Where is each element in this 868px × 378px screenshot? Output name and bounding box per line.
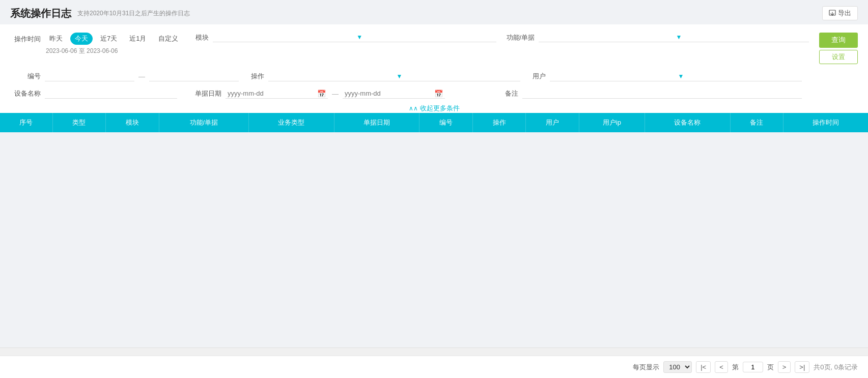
time-btn-1month[interactable]: 近1月 [125,33,151,45]
calendar-end-icon[interactable]: 📅 [432,90,445,98]
table-wrapper: 序号 类型 模块 功能/单据 业务类型 单据日期 编号 操作 用户 用户ip 设… [0,113,868,347]
device-label: 设备名称 [10,89,41,98]
col-voucher-date: 单据日期 [334,113,419,132]
per-page-select[interactable]: 100 50 200 [663,361,692,373]
page-title: 系统操作日志 [10,7,71,20]
horizontal-scrollbar[interactable] [0,347,868,356]
collapse-button[interactable]: ∧∧ 收起更多条件 [409,104,460,113]
user-label: 用户 [530,72,546,81]
collapse-up-icon: ∧∧ [409,105,418,112]
col-num: 编号 [419,113,472,132]
date-dash: — [332,90,339,98]
op-arrow-icon: ▼ [397,73,518,80]
num-dash: — [138,73,145,80]
user-select[interactable]: ▼ [550,72,802,81]
time-btn-yesterday[interactable]: 昨天 [45,33,67,45]
col-seq: 序号 [0,113,52,132]
export-button[interactable]: 导出 [822,6,858,20]
settings-button[interactable]: 设置 [819,50,858,64]
col-func: 功能/单据 [159,113,248,132]
func-label: 功能/单据 [507,33,535,42]
last-page-button[interactable]: >| [795,361,809,373]
export-icon [829,10,836,17]
col-op-time: 操作时间 [783,113,868,132]
filter-section: 操作时间 昨天 今天 近7天 近1月 自定义 2023-06-06 至 2023… [0,24,868,113]
collapse-row: ∧∧ 收起更多条件 [10,104,858,113]
date-start-input[interactable] [226,89,315,98]
collapse-label: 收起更多条件 [420,104,460,113]
date-end-input[interactable] [343,89,432,98]
next-page-button[interactable]: > [778,361,791,373]
col-user: 用户 [526,113,579,132]
voucher-date-label: 单据日期 [193,89,221,98]
total-text: 共0页, 0条记录 [814,363,858,372]
func-select[interactable]: ▼ [539,33,809,42]
prev-page-button[interactable]: < [715,361,728,373]
data-table: 序号 类型 模块 功能/单据 业务类型 单据日期 编号 操作 用户 用户ip 设… [0,113,868,132]
date-end-wrap: 📅 [343,89,445,99]
device-input[interactable] [45,89,177,99]
col-module: 模块 [106,113,159,132]
col-user-ip: 用户ip [579,113,645,132]
query-button[interactable]: 查询 [819,33,858,48]
time-btn-7days[interactable]: 近7天 [96,33,122,45]
per-page-label: 每页显示 [633,363,659,372]
export-label: 导出 [838,9,851,18]
module-select[interactable]: ▼ [213,33,496,42]
action-buttons: 查询 设置 [819,33,858,64]
col-op: 操作 [472,113,525,132]
module-label: 模块 [193,33,209,42]
func-arrow-icon: ▼ [676,34,806,41]
page-label: 第 [732,363,739,372]
table-header-row: 序号 类型 模块 功能/单据 业务类型 单据日期 编号 操作 用户 用户ip 设… [0,113,868,132]
page-subtitle: 支持2020年10月31日之后产生的操作日志 [77,9,190,18]
first-page-button[interactable]: |< [696,361,711,373]
remark-label: 备注 [503,89,518,98]
user-arrow-icon: ▼ [678,73,799,80]
time-filter: 昨天 今天 近7天 近1月 自定义 2023-06-06 至 2023-06-0… [45,33,183,55]
time-label: 操作时间 [10,33,41,44]
col-device: 设备名称 [645,113,730,132]
calendar-start-icon[interactable]: 📅 [315,90,328,98]
module-arrow-icon: ▼ [356,34,493,41]
num-end-input[interactable] [149,71,239,81]
pagination-footer: 每页显示 100 50 200 |< < 第 页 > >| 共0页, 0条记录 [0,356,868,378]
time-btn-custom[interactable]: 自定义 [154,33,183,45]
time-range-display: 2023-06-06 至 2023-06-06 [45,47,183,55]
col-type: 类型 [52,113,105,132]
col-biz-type: 业务类型 [249,113,334,132]
page-unit: 页 [767,363,774,372]
date-start-wrap: 📅 [226,89,328,99]
page-number-input[interactable] [743,362,763,372]
page-header: 系统操作日志 支持2020年10月31日之后产生的操作日志 导出 [0,0,868,24]
num-start-input[interactable] [45,71,134,81]
remark-input[interactable] [522,89,802,99]
num-label: 编号 [10,72,41,81]
op-select[interactable]: ▼ [268,72,520,81]
op-label: 操作 [249,72,264,81]
time-btn-today[interactable]: 今天 [70,33,93,45]
col-remark: 备注 [730,113,783,132]
